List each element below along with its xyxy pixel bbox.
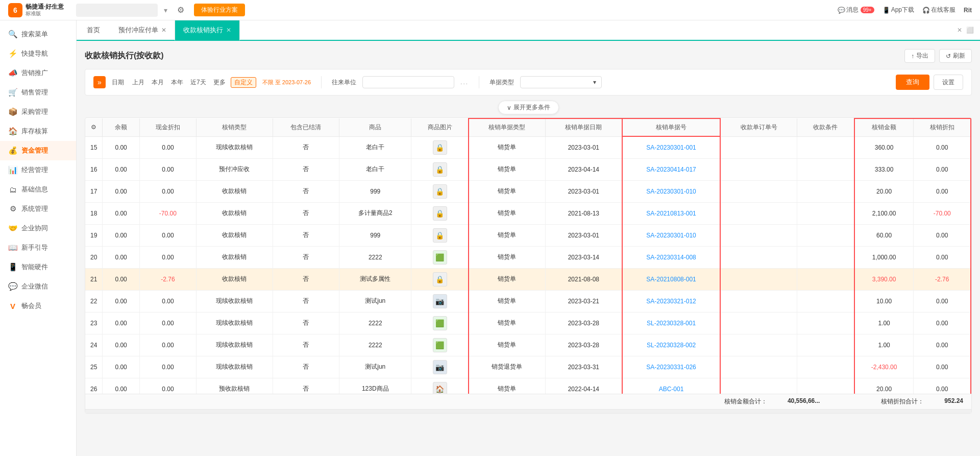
sidebar-item-smart-hw[interactable]: 📱 智能硬件 [0, 257, 76, 277]
td-bill-type: 销货单 [469, 334, 546, 356]
td-verify-type: 收款核销 [196, 246, 273, 268]
restore-icon[interactable]: ⬜ [966, 27, 974, 34]
footer-amount-value: 40,556,66... [788, 397, 820, 406]
date-option-7days[interactable]: 近7天 [188, 77, 208, 88]
date-option-last-month[interactable]: 上月 [130, 77, 146, 88]
td-bill-date: 2023-03-01 [545, 180, 622, 202]
edition-label: 标准版 [26, 11, 64, 17]
bill-type-select[interactable]: ▾ [520, 76, 602, 88]
user-name[interactable]: Rit [964, 7, 972, 14]
sidebar-item-marketing[interactable]: 📣 营销推广 [0, 63, 76, 83]
query-btn[interactable]: 查询 [896, 75, 929, 90]
td-bill-date: 2023-03-01 [545, 136, 622, 158]
td-bill-type: 销货单 [469, 224, 546, 246]
td-bill-type: 销货单 [469, 202, 546, 224]
td-bill-type: 销货单 [469, 312, 546, 334]
main-content: 首页 预付冲应付单 ✕ 收款核销执行 ✕ ✕ ⬜ 收款核销执行(按收款) [77, 20, 980, 456]
sidebar-item-beginner[interactable]: 📖 新手引导 [0, 238, 76, 257]
td-receipt-terms [797, 290, 854, 312]
date-option-custom[interactable]: 自定义 [231, 77, 256, 88]
quick-nav-icon: ⚡ [8, 49, 17, 58]
tab-receipt-close[interactable]: ✕ [226, 27, 231, 34]
divider2 [479, 76, 479, 88]
td-balance: 0.00 [103, 290, 139, 312]
bill-no-link[interactable]: SA-20230331-026 [646, 364, 696, 371]
bill-no-link[interactable]: SL-20230328-002 [647, 342, 696, 349]
td-bill-date: 2023-03-14 [545, 246, 622, 268]
table-row: 21 0.00 -2.76 收款核销 否 测试多属性 🔒 销货单 2021-08… [85, 268, 971, 290]
sidebar-item-basic-info[interactable]: 🗂 基础信息 [0, 180, 76, 199]
trial-btn[interactable]: 体验行业方案 [194, 4, 245, 16]
td-verify-amount: 360.00 [854, 136, 914, 158]
refresh-btn[interactable]: ↺ 刷新 [939, 49, 972, 63]
app-download-link[interactable]: 📱 App下载 [883, 6, 914, 14]
sidebar-item-finance[interactable]: 💰 资金管理 [0, 141, 76, 160]
bill-no-link[interactable]: SA-20230414-017 [646, 166, 696, 173]
tab-prepay[interactable]: 预付冲应付单 ✕ [110, 20, 175, 40]
bill-no-link[interactable]: SA-20230301-010 [646, 232, 696, 239]
tab-prepay-close[interactable]: ✕ [161, 27, 166, 34]
tab-home[interactable]: 首页 [77, 26, 110, 35]
tab-receipt-label: 收款核销执行 [183, 26, 223, 35]
td-bill-type: 销货单 [469, 246, 546, 268]
td-row-no: 15 [85, 136, 103, 158]
h-scrollbar[interactable] [85, 409, 971, 413]
sidebar-item-biz-collab[interactable]: 🤝 企业协同 [0, 219, 76, 238]
partner-input[interactable] [362, 76, 454, 88]
setting-btn[interactable]: 设置 [934, 75, 963, 90]
bill-no-link[interactable]: SA-20210813-001 [646, 210, 696, 217]
bill-no-link[interactable]: SA-20210808-001 [646, 276, 696, 283]
bill-no-link[interactable]: SA-20230314-008 [646, 254, 696, 261]
td-receipt-order-no [720, 224, 797, 246]
table-row: 25 0.00 0.00 现续收款核销 否 测试jun 📷 销货退货单 2023… [85, 356, 971, 378]
td-verify-type: 收款核销 [196, 202, 273, 224]
td-verify-amount: 1.00 [854, 312, 914, 334]
bill-no-link[interactable]: SA-20230301-001 [646, 144, 696, 151]
message-icon-area[interactable]: 💬 消息 99+ [838, 6, 874, 14]
sidebar-item-vip[interactable]: V 畅会员 [0, 296, 76, 316]
td-verify-type: 收款核销 [196, 224, 273, 246]
th-settings[interactable]: ⚙ [85, 118, 103, 136]
td-verify-amount: -2,430.00 [854, 356, 914, 378]
sidebar-item-biz[interactable]: 📊 经营管理 [0, 160, 76, 180]
th-verify-discount: 核销折扣 [914, 118, 971, 136]
sidebar-item-purchase[interactable]: 📦 采购管理 [0, 102, 76, 122]
settings-gear-icon[interactable]: ⚙ [174, 3, 188, 17]
online-service-link[interactable]: 🎧 在线客服 [922, 6, 955, 14]
top-bar-icons: 💬 消息 99+ 📱 App下载 🎧 在线客服 Rit [838, 6, 972, 14]
sidebar-item-quick-nav[interactable]: ⚡ 快捷导航 [0, 44, 76, 63]
sidebar-item-search-menu[interactable]: 🔍 搜索菜单 [0, 25, 76, 44]
dropdown-arrow[interactable]: ▾ [164, 6, 167, 14]
date-option-this-year[interactable]: 本年 [169, 77, 185, 88]
td-product-img: 🔒 [411, 158, 469, 180]
bill-no-link[interactable]: SA-20230301-010 [646, 188, 696, 195]
bill-no-link[interactable]: SL-20230328-001 [647, 320, 696, 327]
td-bill-no: SA-20230314-008 [622, 246, 720, 268]
td-include-settled: 否 [273, 136, 339, 158]
sidebar-item-sys-mgmt[interactable]: ⚙ 系统管理 [0, 199, 76, 219]
sidebar-label-biz: 经营管理 [21, 165, 48, 175]
filter-toggle-btn[interactable]: » [93, 76, 106, 88]
td-product: 测试jun [339, 290, 411, 312]
sidebar-label-inventory: 库存核算 [21, 127, 48, 136]
td-receipt-terms [797, 268, 854, 290]
td-row-no: 24 [85, 334, 103, 356]
sidebar-item-sales[interactable]: 🛒 销售管理 [0, 83, 76, 102]
tab-receipt-verify[interactable]: 收款核销执行 ✕ [175, 20, 240, 40]
td-bill-no: SA-20210813-001 [622, 202, 720, 224]
sidebar-item-corp-wx[interactable]: 💬 企业微信 [0, 277, 76, 296]
export-btn[interactable]: ↑ 导出 [904, 49, 935, 63]
date-option-more[interactable]: 更多 [211, 77, 228, 88]
bill-no-link[interactable]: SA-20230321-012 [646, 298, 696, 305]
sidebar: 🔍 搜索菜单 ⚡ 快捷导航 📣 营销推广 🛒 销售管理 📦 采购管理 🏠 库存核… [0, 20, 77, 456]
bill-no-link[interactable]: ABC-001 [659, 386, 684, 393]
td-row-no: 20 [85, 246, 103, 268]
sidebar-item-inventory[interactable]: 🏠 库存核算 [0, 122, 76, 141]
td-product: 2222 [339, 246, 411, 268]
td-verify-amount: 20.00 [854, 180, 914, 202]
tab-bar: 首页 预付冲应付单 ✕ 收款核销执行 ✕ ✕ ⬜ [77, 20, 980, 41]
td-receipt-order-no [720, 180, 797, 202]
date-option-this-month[interactable]: 本月 [150, 77, 166, 88]
close-all-icon[interactable]: ✕ [957, 27, 962, 34]
expand-more-btn[interactable]: ∨ 展开更多条件 [498, 101, 559, 114]
